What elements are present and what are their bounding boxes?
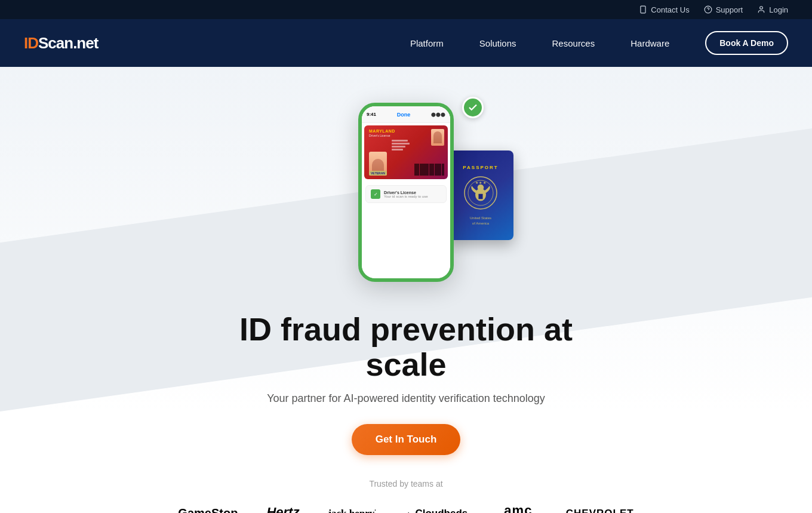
top-bar: Contact Us Support Login [0, 0, 812, 19]
logo-scan: Scan.net [38, 34, 98, 53]
passport-seal: ★ ★ ★ [463, 175, 499, 211]
brand-logos-row: GameStop Hertz jack henry· ▲ Cloudbeds. … [178, 503, 633, 513]
amc-text: amc [499, 503, 537, 513]
chevrolet-text: CHEVROLET [566, 508, 634, 513]
hero-visual: 9:41 Done ⬤⬤⬤ MARYLAND Driver's License [310, 103, 502, 294]
hero-headline: ID fraud prevention at scale [197, 312, 615, 383]
phone-icon [639, 5, 647, 14]
jackhenry-text: jack henry· [328, 507, 376, 513]
card-icon: ✓ [371, 189, 380, 199]
logo[interactable]: IDScan.net [24, 34, 98, 53]
hero-section: 9:41 Done ⬤⬤⬤ MARYLAND Driver's License [0, 67, 812, 513]
passport-mockup: PASSPORT ★ ★ ★ Unite [448, 150, 513, 240]
hero-subline: Your partner for AI-powered identity ver… [197, 392, 615, 405]
user-icon [757, 5, 765, 14]
support-label: Support [716, 5, 743, 14]
nav-hardware[interactable]: Hardware [630, 38, 669, 48]
book-demo-button[interactable]: Book A Demo [705, 31, 788, 55]
svg-rect-9 [478, 194, 483, 199]
cloudbeds-logo: ▲ Cloudbeds. [405, 508, 470, 513]
id-state: MARYLAND [369, 129, 395, 133]
hertz-logo: Hertz [266, 505, 299, 513]
navbar: IDScan.net Platform Solutions Resources … [0, 19, 812, 67]
nav-links: Platform Solutions Resources Hardware [410, 38, 669, 48]
logo-id: ID [24, 34, 38, 53]
passport-sublabel: United States of America [470, 216, 491, 226]
id-scan-card: ✓ Driver's License Your id scan is ready… [365, 185, 447, 203]
check-badge [462, 97, 484, 118]
nav-solutions[interactable]: Solutions [479, 38, 516, 48]
id-info [392, 140, 414, 152]
gamestop-text: GameStop [178, 506, 238, 513]
chevrolet-logo: CHEVROLET [566, 508, 634, 513]
hertz-text: Hertz [266, 505, 299, 513]
phone-done: Done [397, 112, 411, 118]
support-icon [704, 5, 712, 14]
amc-logo: amc THEATRES [499, 503, 537, 513]
cloudbeds-text: ▲ Cloudbeds. [405, 508, 470, 513]
login-label: Login [769, 5, 788, 14]
phone-time: 9:41 [367, 112, 376, 117]
contact-us-link[interactable]: Contact Us [639, 5, 689, 14]
trusted-label: Trusted by teams at [178, 479, 633, 489]
svg-point-4 [760, 7, 763, 10]
cta-button[interactable]: Get In Touch [352, 424, 461, 455]
id-barcode [414, 164, 444, 176]
nav-platform[interactable]: Platform [410, 38, 444, 48]
card-subtitle: Your id scan is ready to use [384, 195, 428, 198]
phone-bottom: ✓ Driver's License Your id scan is ready… [362, 182, 450, 278]
login-link[interactable]: Login [757, 5, 788, 14]
gamestop-logo: GameStop [178, 506, 238, 513]
hero-text: ID fraud prevention at scale Your partne… [197, 312, 615, 455]
id-card-visual: MARYLAND Driver's License [364, 125, 448, 179]
contact-us-label: Contact Us [651, 5, 689, 14]
svg-text:★ ★ ★: ★ ★ ★ [475, 181, 486, 185]
nav-resources[interactable]: Resources [552, 38, 595, 48]
phone-mockup: 9:41 Done ⬤⬤⬤ MARYLAND Driver's License [358, 103, 454, 282]
jackhenry-logo: jack henry· [328, 507, 376, 513]
id-type-label: Driver's License [369, 134, 390, 137]
support-link[interactable]: Support [704, 5, 743, 14]
card-title: Driver's License [384, 191, 428, 195]
svg-point-8 [478, 185, 484, 191]
passport-label: PASSPORT [463, 165, 498, 170]
trusted-section: Trusted by teams at GameStop Hertz jack … [154, 455, 657, 513]
